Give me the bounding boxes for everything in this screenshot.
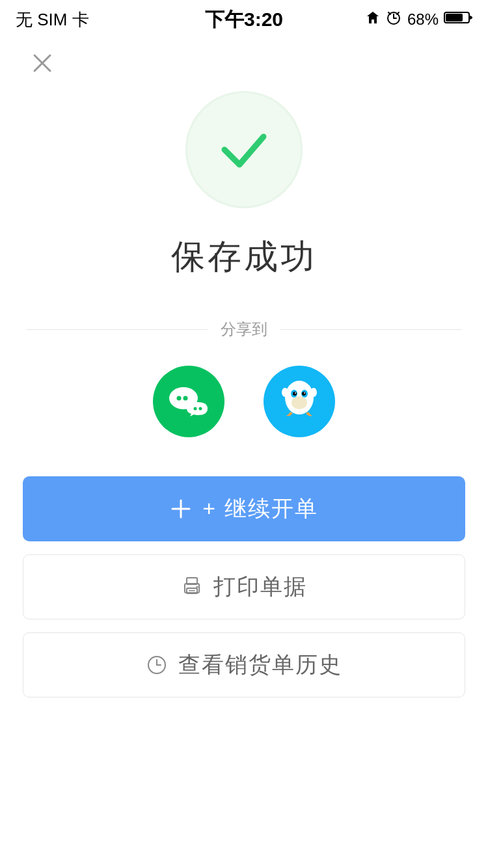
svg-point-32 [197, 586, 198, 588]
print-label: 打印单据 [213, 572, 307, 602]
check-icon [215, 120, 273, 179]
clock-icon [146, 654, 168, 676]
plus-icon [170, 498, 192, 520]
wechat-icon [167, 384, 210, 419]
svg-point-23 [282, 388, 288, 397]
share-divider: 分享到 [0, 319, 488, 340]
svg-point-18 [293, 392, 297, 396]
svg-rect-7 [446, 14, 463, 21]
carrier-text: 无 SIM 卡 [16, 8, 89, 31]
battery-icon [444, 10, 472, 29]
success-title: 保存成功 [171, 234, 317, 280]
history-button[interactable]: 查看销货单历史 [23, 632, 465, 698]
share-label: 分享到 [208, 319, 280, 340]
qq-icon [280, 379, 319, 424]
svg-point-20 [295, 392, 296, 394]
wechat-share-button[interactable] [153, 366, 224, 437]
close-button[interactable] [26, 47, 59, 79]
battery-text: 68% [407, 10, 439, 29]
action-buttons: + 继续开单 打印单据 [23, 476, 465, 698]
svg-point-22 [291, 396, 307, 409]
svg-point-14 [199, 407, 202, 411]
svg-point-19 [302, 392, 306, 396]
alarm-icon [385, 9, 402, 30]
divider-left [26, 329, 208, 330]
status-time: 下午3:20 [205, 7, 283, 33]
share-icons [153, 366, 335, 437]
divider-right [280, 329, 462, 330]
qq-share-button[interactable] [264, 366, 335, 437]
svg-point-13 [194, 407, 197, 411]
svg-point-24 [310, 388, 317, 397]
status-left: 无 SIM 卡 [16, 8, 96, 31]
svg-point-12 [183, 396, 188, 401]
status-bar: 无 SIM 卡 下午3:20 68% [0, 0, 488, 39]
svg-rect-31 [189, 592, 193, 593]
continue-label: + 继续开单 [202, 494, 318, 524]
printer-icon [181, 576, 203, 598]
share-section: 分享到 [0, 319, 488, 437]
svg-point-11 [177, 396, 182, 401]
svg-point-21 [304, 392, 305, 394]
history-label: 查看销货单历史 [178, 650, 342, 680]
main-content: 保存成功 分享到 [0, 39, 488, 698]
location-icon [366, 10, 380, 29]
svg-rect-30 [189, 590, 195, 591]
status-right: 68% [366, 9, 472, 30]
success-icon-circle [185, 91, 303, 208]
continue-button[interactable]: + 继续开单 [23, 476, 465, 541]
print-button[interactable]: 打印单据 [23, 554, 465, 619]
